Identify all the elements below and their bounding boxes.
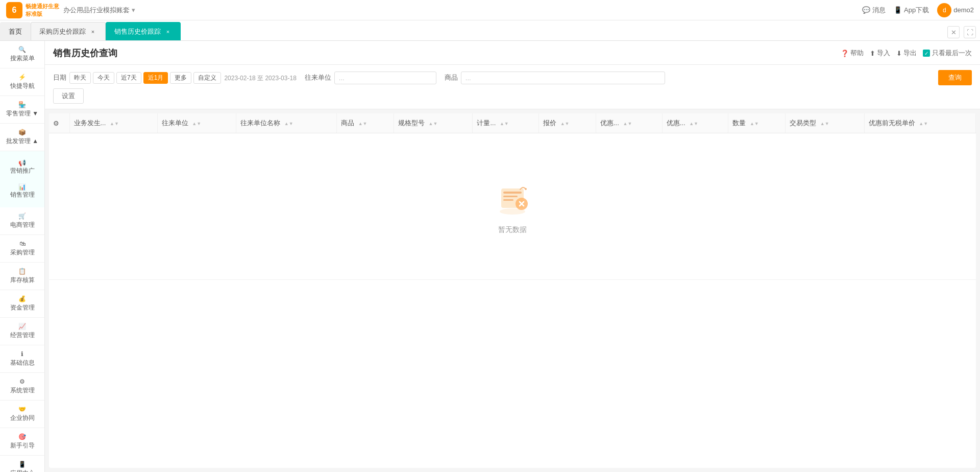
page-header: 销售历史价查询 ❓ 帮助 ⬆ 导入 ⬇ 导出 ✓ xyxy=(45,41,980,65)
user-area[interactable]: d demo2 xyxy=(937,3,974,17)
th-price[interactable]: 报价 ▲▼ xyxy=(539,113,596,133)
empty-icon xyxy=(492,178,533,219)
date-btn-yesterday[interactable]: 昨天 xyxy=(69,72,91,84)
th-biz-date[interactable]: 业务发生... ▲▼ xyxy=(69,113,157,133)
partner-input[interactable]: ... xyxy=(334,72,436,84)
settings-button[interactable]: 设置 xyxy=(53,88,84,104)
th-pre-tax-price-label: 优惠前无税单价 xyxy=(869,119,915,127)
help-label: 帮助 xyxy=(850,49,864,58)
sidebar-item-sales[interactable]: 📊 销售管理 xyxy=(2,179,42,203)
svg-rect-2 xyxy=(503,192,522,194)
sort-trade-type: ▲▼ xyxy=(820,121,829,126)
sidebar-retail-label: 零售管理 ▼ xyxy=(6,109,38,118)
tab-sales-close[interactable]: × xyxy=(164,28,172,36)
filter-bar: 日期 昨天 今天 近7天 近1月 更多 自定义 2023-02-18 至 202… xyxy=(45,65,980,109)
page-title-row: 销售历史价查询 ❓ 帮助 ⬆ 导入 ⬇ 导出 ✓ xyxy=(53,47,972,59)
close-all-button[interactable]: ✕ xyxy=(947,26,960,38)
th-partner-code[interactable]: 往来单位 ▲▼ xyxy=(157,113,236,133)
th-goods-label: 商品 xyxy=(341,119,354,127)
sidebar-wholesale-label: 批发管理 ▲ xyxy=(6,137,38,146)
tab-purchase-history[interactable]: 采购历史价跟踪 × xyxy=(31,22,106,40)
wholesale-icon: 📦 xyxy=(18,129,26,136)
sidebar: 🔍 搜索菜单 ⚡ 快捷导航 🏪 零售管理 ▼ 📦 批发管理 ▲ 📢 营销推广 📊… xyxy=(0,41,45,472)
sidebar-item-quicknav[interactable]: ⚡ 快捷导航 xyxy=(0,68,44,96)
sidebar-item-app[interactable]: 📱 应用中心 xyxy=(0,456,44,472)
goods-input[interactable]: ... xyxy=(461,72,665,84)
sidebar-item-basic[interactable]: ℹ 基础信息 xyxy=(0,345,44,373)
user-avatar: d xyxy=(937,3,951,17)
date-btn-7days[interactable]: 近7天 xyxy=(116,72,141,84)
sidebar-item-marketing[interactable]: 📢 营销推广 xyxy=(2,155,42,179)
maximize-button[interactable]: ⛶ xyxy=(964,26,976,38)
date-filter: 日期 昨天 今天 近7天 近1月 更多 自定义 2023-02-18 至 202… xyxy=(53,72,297,84)
sidebar-item-retail[interactable]: 🏪 零售管理 ▼ xyxy=(0,96,44,124)
th-quantity[interactable]: 数量 ▲▼ xyxy=(728,113,786,133)
sidebar-item-search[interactable]: 🔍 搜索菜单 xyxy=(0,41,44,68)
sort-discount1: ▲▼ xyxy=(623,121,632,126)
th-goods[interactable]: 商品 ▲▼ xyxy=(337,113,394,133)
logo-char: 6 xyxy=(12,6,17,15)
date-range-text: 2023-02-18 至 2023-03-18 xyxy=(224,74,296,83)
topbar-dropdown-icon[interactable]: ▾ xyxy=(132,6,135,14)
sidebar-item-enterprise-coop[interactable]: 🤝 企业协同 xyxy=(0,400,44,428)
sort-biz-date: ▲▼ xyxy=(110,121,119,126)
tab-home[interactable]: 首页 xyxy=(0,22,31,40)
sidebar-inventory-label: 库存核算 xyxy=(10,276,35,285)
user-name: demo2 xyxy=(953,6,974,14)
date-btn-today[interactable]: 今天 xyxy=(93,72,114,84)
main-layout: 🔍 搜索菜单 ⚡ 快捷导航 🏪 零售管理 ▼ 📦 批发管理 ▲ 📢 营销推广 📊… xyxy=(0,41,980,472)
sidebar-guide-label: 新手引导 xyxy=(10,441,35,450)
sidebar-item-purchase[interactable]: 🛍 采购管理 xyxy=(0,235,44,263)
quicknav-icon: ⚡ xyxy=(18,74,26,81)
goods-value: ... xyxy=(465,74,471,82)
th-trade-type[interactable]: 交易类型 ▲▼ xyxy=(786,113,864,133)
th-discount1[interactable]: 优惠... ▲▼ xyxy=(596,113,663,133)
import-button[interactable]: ⬆ 导入 xyxy=(870,49,890,58)
checkbox-icon: ✓ xyxy=(923,50,930,57)
tabbar: 首页 采购历史价跟踪 × 销售历史价跟踪 × ✕ ⛶ xyxy=(0,20,980,41)
app-download-button[interactable]: 📱 App下载 xyxy=(894,6,929,15)
query-button[interactable]: 查询 xyxy=(938,70,972,85)
only-last-checkbox[interactable]: ✓ 只看最后一次 xyxy=(923,49,972,58)
sidebar-item-wholesale[interactable]: 📦 批发管理 ▲ xyxy=(0,124,44,151)
sort-price: ▲▼ xyxy=(560,121,570,126)
sidebar-quicknav-label: 快捷导航 xyxy=(10,82,35,90)
table-head: ⚙ 业务发生... ▲▼ 往来单位 ▲▼ 往来单位名称 ▲▼ xyxy=(49,113,976,133)
date-btn-1month[interactable]: 近1月 xyxy=(143,72,168,84)
help-button[interactable]: ❓ 帮助 xyxy=(841,49,864,58)
app-label: App下载 xyxy=(904,6,929,15)
date-btn-custom[interactable]: 自定义 xyxy=(193,72,221,84)
sidebar-sales-label: 销售管理 xyxy=(10,191,35,199)
purchase-icon: 🛍 xyxy=(19,240,26,247)
app-icon: 📱 xyxy=(894,6,902,14)
sidebar-item-ecommerce[interactable]: 🛒 电商管理 xyxy=(0,207,44,235)
topbar-title[interactable]: 办公用品行业模拟账套 ▾ xyxy=(63,6,135,15)
settings-row: 设置 xyxy=(53,88,972,104)
topbar-left: 6 畅捷通好生意 标准版 办公用品行业模拟账套 ▾ xyxy=(6,2,135,18)
sidebar-item-operations[interactable]: 📈 经营管理 xyxy=(0,318,44,345)
logo-icon: 6 xyxy=(6,2,22,18)
th-spec[interactable]: 规格型号 ▲▼ xyxy=(394,113,472,133)
th-discount2[interactable]: 优惠... ▲▼ xyxy=(662,113,728,133)
th-partner-name[interactable]: 往来单位名称 ▲▼ xyxy=(236,113,337,133)
only-last-label: 只看最后一次 xyxy=(932,49,972,58)
finance-icon: 💰 xyxy=(18,295,26,302)
import-icon: ⬆ xyxy=(870,50,875,57)
import-label: 导入 xyxy=(877,49,890,58)
th-unit[interactable]: 计量... ▲▼ xyxy=(473,113,539,133)
date-btn-more[interactable]: 更多 xyxy=(170,72,191,84)
sidebar-item-guide[interactable]: 🎯 新手引导 xyxy=(0,428,44,456)
empty-state: 暂无数据 xyxy=(53,137,972,275)
sidebar-item-inventory[interactable]: 📋 库存核算 xyxy=(0,263,44,290)
sidebar-finance-label: 资金管理 xyxy=(10,303,35,312)
message-button[interactable]: 💬 消息 xyxy=(862,6,886,15)
tab-sales-history[interactable]: 销售历史价跟踪 × xyxy=(106,22,181,40)
sidebar-item-system[interactable]: ⚙ 系统管理 xyxy=(0,373,44,400)
th-pre-tax-price[interactable]: 优惠前无税单价 ▲▼ xyxy=(864,113,975,133)
tab-home-label: 首页 xyxy=(9,27,22,36)
gear-icon[interactable]: ⚙ xyxy=(53,120,59,127)
tab-purchase-close[interactable]: × xyxy=(89,28,97,36)
export-button[interactable]: ⬇ 导出 xyxy=(896,49,917,58)
th-gear: ⚙ xyxy=(49,113,69,133)
sidebar-item-finance[interactable]: 💰 资金管理 xyxy=(0,290,44,318)
